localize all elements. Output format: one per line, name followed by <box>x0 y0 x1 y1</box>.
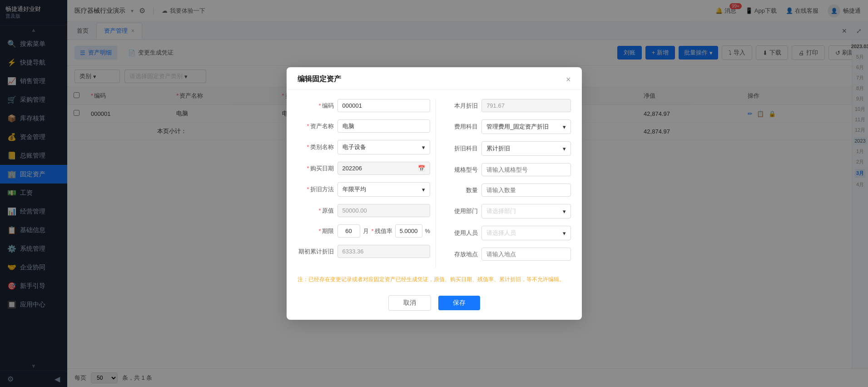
quantity-label: 数量 <box>441 186 478 194</box>
period-input[interactable] <box>337 224 360 238</box>
form-row-department: 使用部门 请选择部门 ▾ <box>441 204 570 218</box>
initial-dep-label: 期初累计折旧 <box>298 248 334 256</box>
spec-input[interactable] <box>481 163 570 176</box>
dep-method-dropdown-icon: ▾ <box>422 186 425 193</box>
dep-subject-select[interactable]: 累计折旧 ▾ <box>481 141 570 156</box>
form-row-category: *类别名称 电子设备 ▾ <box>298 140 431 154</box>
form-col-left: *编码 *资产名称 *类别名称 <box>298 99 436 268</box>
original-value-input[interactable] <box>337 204 431 217</box>
modal-form: *编码 *资产名称 *类别名称 <box>298 99 571 268</box>
user-label: 使用人员 <box>441 229 478 237</box>
form-row-quantity: 数量 <box>441 184 570 197</box>
form-row-purchase-date: *购买日期 202206 📅 <box>298 162 431 175</box>
form-row-expense-subject: 费用科目 管理费用_固定资产折旧 ▾ <box>441 119 570 134</box>
dept-dropdown-icon: ▾ <box>563 208 566 215</box>
department-select[interactable]: 请选择部门 ▾ <box>481 204 570 218</box>
expense-subject-label: 费用科目 <box>441 123 478 131</box>
cur-dep-input[interactable] <box>481 99 570 112</box>
cancel-button[interactable]: 取消 <box>388 295 431 311</box>
expense-subject-select[interactable]: 管理费用_固定资产折旧 ▾ <box>481 119 570 134</box>
spec-label: 规格型号 <box>441 166 478 174</box>
category-label: *类别名称 <box>298 143 334 151</box>
asset-name-label: *资产名称 <box>298 122 334 130</box>
user-dropdown-icon: ▾ <box>563 230 566 237</box>
modal-header: 编辑固定资产 × <box>287 67 582 90</box>
form-row-initial-dep: 期初累计折旧 <box>298 245 431 258</box>
form-row-cur-dep: 本月折旧 <box>441 99 570 112</box>
form-row-asset-name: *资产名称 <box>298 119 431 133</box>
residual-rate-input[interactable] <box>395 224 422 238</box>
dep-method-label: *折旧方法 <box>298 185 334 194</box>
form-col-right: 本月折旧 费用科目 管理费用_固定资产折旧 ▾ 折旧科目 <box>436 99 570 268</box>
location-label: 存放地点 <box>441 250 478 258</box>
form-row-period: *期限 月 *残值率 % <box>298 224 431 238</box>
dep-method-select[interactable]: 年限平均 ▾ <box>337 182 431 197</box>
edit-asset-modal: 编辑固定资产 × *编码 *资产名称 <box>287 67 582 319</box>
quantity-input[interactable] <box>481 184 570 197</box>
form-row-original-value: *原值 <box>298 204 431 217</box>
cur-dep-label: 本月折旧 <box>441 102 478 110</box>
form-row-code: *编码 <box>298 99 431 112</box>
modal-note: 注：已经存在变更记录或者对应固定资产已经生成凭证，原值、购买日期、残值率、累计折… <box>287 272 582 289</box>
modal-title: 编辑固定资产 <box>298 74 341 84</box>
form-row-location: 存放地点 <box>441 248 570 261</box>
department-label: 使用部门 <box>441 207 478 215</box>
period-unit: 月 <box>363 227 369 235</box>
modal-overlay[interactable]: 编辑固定资产 × *编码 *资产名称 <box>0 0 868 387</box>
modal-footer: 取消 保存 <box>287 290 582 320</box>
purchase-date-input[interactable]: 202206 📅 <box>337 162 431 175</box>
code-label: *编码 <box>298 102 334 110</box>
location-input[interactable] <box>481 248 570 261</box>
form-row-dep-method: *折旧方法 年限平均 ▾ <box>298 182 431 197</box>
dep-subject-dropdown-icon: ▾ <box>563 145 566 152</box>
residual-rate-label: *残值率 <box>372 227 392 235</box>
period-label: *期限 <box>298 227 334 235</box>
period-row: 月 *残值率 % <box>337 224 431 238</box>
modal-body: *编码 *资产名称 *类别名称 <box>287 90 582 272</box>
form-row-dep-subject: 折旧科目 累计折旧 ▾ <box>441 141 570 156</box>
expense-subject-dropdown-icon: ▾ <box>563 124 566 130</box>
category-dropdown-icon: ▾ <box>422 144 425 151</box>
original-value-label: *原值 <box>298 207 334 215</box>
calendar-icon: 📅 <box>418 165 425 172</box>
category-select[interactable]: 电子设备 ▾ <box>337 140 431 154</box>
dep-subject-label: 折旧科目 <box>441 144 478 153</box>
modal-close-btn[interactable]: × <box>566 75 571 84</box>
initial-dep-input[interactable] <box>337 245 431 258</box>
save-button[interactable]: 保存 <box>438 296 480 310</box>
purchase-date-label: *购买日期 <box>298 164 334 173</box>
residual-rate-unit: % <box>425 228 431 234</box>
form-row-user: 使用人员 请选择人员 ▾ <box>441 226 570 240</box>
asset-name-input[interactable] <box>337 119 431 133</box>
code-input[interactable] <box>337 99 431 112</box>
form-row-spec: 规格型号 <box>441 163 570 176</box>
user-select[interactable]: 请选择人员 ▾ <box>481 226 570 240</box>
